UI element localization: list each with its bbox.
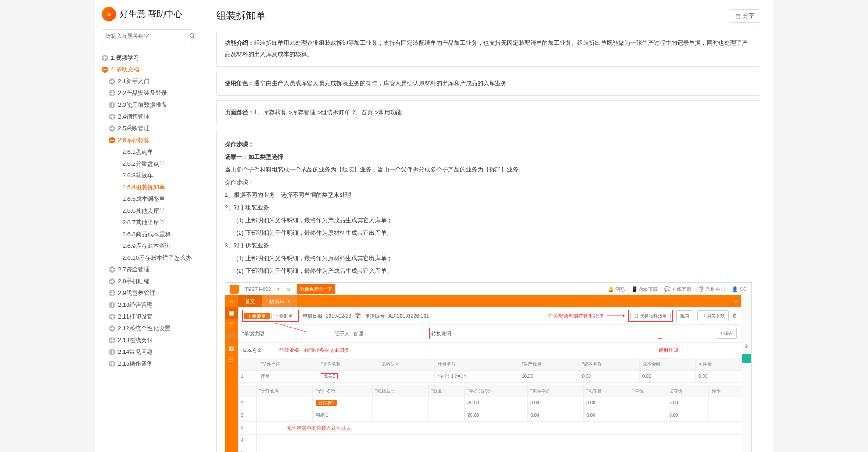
plus-icon [109, 290, 115, 296]
plus-icon [109, 278, 115, 285]
nav-2-1[interactable]: 2.1新手入门 [109, 76, 203, 87]
nav-2-11[interactable]: 2.11打印设置 [109, 311, 203, 323]
nav-2-3[interactable]: 2.3使用前数据准备 [109, 99, 203, 111]
plus-icon [109, 102, 115, 108]
nav-2-4[interactable]: 2.4销售管理 [109, 111, 203, 123]
plus-icon [109, 337, 115, 343]
intro-card: 功能介绍：组装拆卸单用来处理企业组装或拆卸等加工业务，支持有固定装配清单的产品加… [216, 31, 760, 67]
nav-video[interactable]: 1.视频学习 [102, 52, 203, 64]
nav-2-6-5[interactable]: 2.6.5成本调整单 [123, 193, 203, 205]
nav-2-8[interactable]: 2.8手机旺铺 [109, 276, 203, 287]
share-button[interactable]: 分享 [729, 9, 760, 23]
nav-2-6-9[interactable]: 2.6.9库存账本查询 [123, 240, 203, 252]
steps-card: 操作步骤： 场景一：加工类型选择 当由多个子件材料组装成一个成品的业务为【组装】… [216, 130, 760, 452]
nav-2-2[interactable]: 2.2产品安装及登录 [109, 87, 203, 99]
arrow-icon [607, 314, 625, 318]
brand-text: 好生意 帮助中心 [120, 8, 182, 20]
plus-icon [109, 125, 115, 132]
minus-icon [102, 67, 108, 73]
parent-grid: *父件仓库*父件名称规格型号计量单位*生产数量*成本单价成本金额可用量 1库房成… [238, 358, 741, 383]
nav-2-6-1[interactable]: 2.6.1盘点单 [123, 146, 203, 158]
nav-2-6-4[interactable]: 2.6.4组装拆卸单 [123, 181, 203, 193]
nav-2-6-3[interactable]: 2.6.3调拨单 [123, 170, 203, 181]
nav-2-12[interactable]: 2.12系统个性化设置 [109, 323, 203, 334]
nav-2-6-8[interactable]: 2.6.8商品成本重算 [123, 228, 203, 240]
nav-2-13[interactable]: 2.13在线支付 [109, 334, 203, 346]
plus-icon [109, 302, 115, 308]
brand: b 好生意 帮助中心 [102, 7, 203, 21]
search-box [102, 29, 203, 43]
search-icon [189, 33, 196, 39]
page-title: 组装拆卸单 [216, 9, 266, 23]
expand-icon [742, 354, 751, 363]
nav-2-6[interactable]: 2.6库存核算 [109, 134, 203, 146]
fig-sidebar: ⌂ ▣ ♡ 🛒 ▦ ☷ [225, 295, 238, 452]
share-icon [735, 13, 741, 19]
svg-marker-4 [658, 337, 662, 339]
nav-2-14[interactable]: 2.14常见问题 [109, 346, 203, 358]
app-logo-icon [230, 285, 239, 294]
nav-2-10[interactable]: 2.10经营管理 [109, 299, 203, 311]
plus-icon [109, 78, 115, 85]
plus-icon [102, 55, 108, 61]
sidebar: b 好生意 帮助中心 1.视频学习 2.帮助文档 2.1新手入门 2.2产品安装… [95, 0, 203, 452]
plus-icon [109, 325, 115, 332]
nav-2-6-7[interactable]: 2.6.7其他出库单 [123, 217, 203, 228]
svg-line-2 [274, 323, 306, 332]
plus-icon [109, 361, 115, 367]
path-card: 页面路径：1、库存核算->库存管理->组装拆卸单 2、首页->常用功能 [216, 100, 760, 125]
plus-icon [109, 314, 115, 320]
svg-marker-1 [623, 314, 625, 318]
logo-icon: b [102, 7, 116, 21]
child-grid: *子件仓库*子件名称*规格型号*数量*单价(含税)*实际单价*现存量*单位结存价… [238, 385, 741, 452]
role-card: 使用角色：通常由生产人员或库管人员完成拆装业务的操作，库管人员确认原材料的出库和… [216, 71, 760, 96]
nav-docs[interactable]: 2.帮助文档 [102, 64, 203, 76]
nav-2-6-2[interactable]: 2.6.2分量盘点单 [123, 158, 203, 170]
arrow-icon [274, 323, 306, 332]
search-input[interactable] [102, 29, 192, 43]
nav-2-5[interactable]: 2.5采购管理 [109, 123, 203, 134]
main-content: 组装拆卸单 分享 功能介绍：组装拆卸单用来处理企业组装或拆卸等加工业务，支持有固… [203, 0, 773, 452]
nav-2-9[interactable]: 2.9优惠券管理 [109, 287, 203, 299]
screenshot-figure: TEST-H002 ▾⊙ 我要免费试一下 🔔 消息 📱 App下载 💬 在线客服… [225, 282, 752, 452]
nav-2-6-10[interactable]: 2.6.10库存账本错了怎么办 [123, 252, 203, 264]
nav-2-15[interactable]: 2.15操作案例 [109, 358, 203, 370]
plus-icon [109, 266, 115, 273]
plus-icon [109, 349, 115, 355]
nav-tree: 1.视频学习 2.帮助文档 2.1新手入门 2.2产品安装及登录 2.3使用前数… [102, 52, 203, 370]
minus-icon [109, 137, 115, 143]
nav-2-7[interactable]: 2.7资金管理 [109, 264, 203, 276]
nav-2-6-6[interactable]: 2.6.6其他入库单 [123, 205, 203, 217]
plus-icon [109, 114, 115, 120]
plus-icon [109, 90, 115, 96]
